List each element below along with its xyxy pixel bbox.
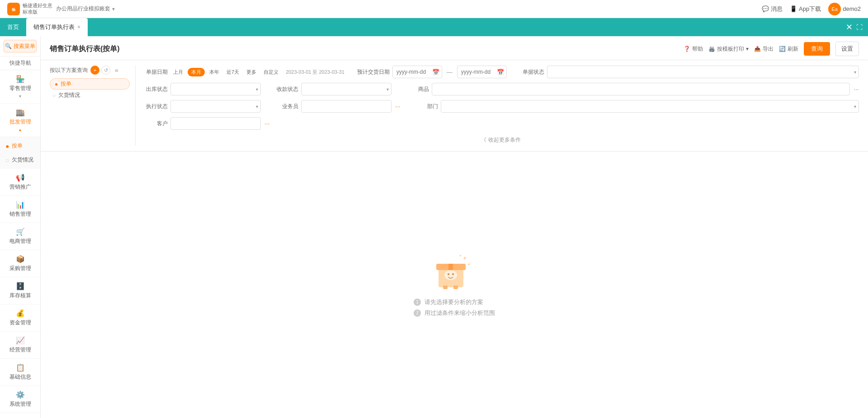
page-path-dropdown[interactable]: ▾ (112, 6, 115, 12)
app-download-btn[interactable]: 📱 App下载 (790, 5, 821, 13)
logo-area: 畅 畅捷通好生意 标准版 (7, 3, 52, 15)
svg-rect-4 (448, 264, 453, 270)
scheme-item-antan[interactable]: ● 按单 (50, 78, 130, 90)
tab-close-icon[interactable]: × (77, 24, 80, 30)
system-icon: ⚙️ (16, 390, 25, 399)
date-separator: — (447, 69, 453, 76)
salesman-more-icon[interactable]: ··· (395, 103, 401, 110)
download-icon: 📱 (790, 5, 797, 12)
filter-scheme-panel: 按以下方案查询 + ↺ « ● 按单 ○ 欠货情况 (50, 66, 136, 146)
dept-select[interactable] (441, 100, 859, 113)
delivery-status-label: 出库状态 (143, 86, 168, 93)
inventory-icon: 🗄️ (16, 282, 25, 290)
antan-icon: ● (55, 81, 58, 87)
sidebar-item-purchase[interactable]: 📦 采购管理 (0, 250, 40, 277)
customer-input[interactable] (170, 117, 261, 130)
export-button[interactable]: 📤 导出 (754, 45, 774, 53)
customer-more-icon[interactable]: ··· (264, 120, 270, 127)
expected-date-end[interactable] (457, 66, 507, 78)
message-btn[interactable]: 💬 消息 (762, 5, 783, 13)
sidebar-item-ecommerce[interactable]: 🛒 电商管理 (0, 223, 40, 250)
sidebar-item-inventory[interactable]: 🗄️ 库存核算 (0, 277, 40, 304)
circle-active-icon: ● (5, 142, 9, 150)
collection-status-select[interactable] (301, 83, 392, 95)
goods-input[interactable] (432, 83, 850, 95)
filter-layout: 按以下方案查询 + ↺ « ● 按单 ○ 欠货情况 (50, 66, 859, 146)
filter-field-dept: 部门 ▾ (413, 100, 859, 113)
date-tab-last-month[interactable]: 上月 (170, 68, 186, 76)
add-scheme-icon[interactable]: + (90, 66, 99, 75)
expand-window-icon[interactable]: ⛶ (856, 24, 863, 31)
sidebar-item-retail[interactable]: 🏪 零售管理 ▾ (0, 70, 40, 104)
sidebar-item-basic[interactable]: 📋 基础信息 (0, 359, 40, 386)
salesman-label: 业务员 (274, 103, 298, 110)
filter-field-doc-status: 单据状态 ▾ (519, 66, 859, 78)
date-tab-more[interactable]: 更多 (244, 68, 259, 76)
exec-status-select[interactable] (170, 100, 261, 113)
scheme-item-qiankuang[interactable]: ○ 欠货情况 (50, 90, 130, 101)
print-button[interactable]: 🖨️ 按模板打印 ▾ (708, 45, 749, 53)
query-button[interactable]: 查询 (804, 42, 830, 56)
sidebar: 🔍 搜索菜单 快捷导航 🏪 零售管理 ▾ 🏬 批发管理 ▴ ● 按单 ○ 欠货情… (0, 36, 41, 418)
date-tab-custom[interactable]: 自定义 (261, 68, 281, 76)
sidebar-item-enterprise[interactable]: 🤝 企业协同 (0, 413, 40, 418)
filter-field-salesman: 业务员 ··· (274, 100, 401, 113)
sidebar-item-operations[interactable]: 📈 经营管理 (0, 332, 40, 359)
page-header: 销售订单执行表(按单) ❓ 帮助 🖨️ 按模板打印 ▾ 📤 导出 🔄 刷新 (41, 36, 868, 60)
filter-area: 按以下方案查询 + ↺ « ● 按单 ○ 欠货情况 (41, 60, 868, 152)
date-tab-this-year[interactable]: 本年 (207, 68, 222, 76)
date-tab-this-month[interactable]: 本月 (188, 68, 205, 76)
filter-field-collection-status: 收款状态 ▾ (274, 83, 392, 95)
refresh-icon: 🔄 (779, 46, 786, 52)
sidebar-item-sales[interactable]: 📊 销售管理 (0, 196, 40, 223)
tab-home[interactable]: 首页 (0, 18, 26, 36)
delivery-status-select[interactable] (170, 83, 261, 95)
help-button[interactable]: ❓ 帮助 (684, 45, 703, 53)
operations-icon: 📈 (16, 336, 25, 345)
purchase-icon: 📦 (16, 255, 25, 263)
svg-text:畅: 畅 (12, 8, 15, 12)
logo-icon: 畅 (7, 3, 20, 15)
filter-row-3: 执行状态 ▾ 业务员 ··· (143, 100, 859, 113)
sidebar-quicknav[interactable]: 快捷导航 (0, 57, 40, 70)
export-icon: 📤 (754, 46, 761, 52)
user-avatar[interactable]: Ea demo2 (828, 3, 861, 15)
sidebar-sub-item-antan[interactable]: ● 按单 (0, 139, 40, 153)
date-tab-7days[interactable]: 近7天 (224, 68, 242, 76)
filter-field-goods: 商品 ··· (404, 83, 859, 95)
sidebar-item-system[interactable]: ⚙️ 系统管理 (0, 386, 40, 413)
expected-date-start[interactable] (392, 66, 442, 78)
refresh-scheme-icon[interactable]: ↺ (101, 66, 110, 75)
salesman-input[interactable] (301, 100, 392, 113)
hint-number-1: 1 (414, 299, 421, 306)
collapse-scheme-icon[interactable]: « (112, 66, 121, 75)
empty-hint-2: 2 用过滤条件来缩小分析范围 (414, 309, 495, 317)
chevron-up-icon: ▴ (19, 127, 21, 132)
tab-sales-order[interactable]: 销售订单执行表 × (26, 18, 88, 36)
avatar: Ea (828, 3, 841, 15)
svg-text:✦: ✦ (459, 254, 462, 258)
wholesale-icon: 🏬 (16, 108, 25, 117)
close-all-tabs-icon[interactable]: ✕ (846, 22, 853, 32)
sidebar-item-marketing[interactable]: 📢 营销推广 (0, 169, 40, 196)
sidebar-item-wholesale[interactable]: 🏬 批发管理 ▴ (0, 104, 40, 137)
refresh-button[interactable]: 🔄 刷新 (779, 45, 798, 53)
doc-status-select[interactable] (547, 66, 859, 78)
settings-button[interactable]: 设置 (835, 42, 859, 56)
date-tabs-group: 上月 本月 本年 近7天 更多 自定义 (170, 68, 281, 76)
svg-rect-12 (453, 285, 458, 289)
sidebar-sub-item-qiankuang[interactable]: ○ 欠货情况 (0, 153, 40, 167)
goods-more-icon[interactable]: ··· (854, 86, 859, 93)
qiankuang-icon: ○ (52, 92, 56, 99)
nav-tabs: 首页 销售订单执行表 × ✕ ⛶ (0, 18, 868, 36)
ecommerce-icon: 🛒 (16, 228, 25, 236)
empty-texts: 1 请先选择要分析的方案 2 用过滤条件来缩小分析范围 (414, 298, 495, 320)
print-icon: 🖨️ (708, 46, 715, 52)
page-path: 办公用品行业模拟账套 ▾ (56, 5, 115, 13)
marketing-icon: 📢 (16, 173, 25, 182)
filter-collapse-button[interactable]: 《 收起更多条件 (143, 134, 859, 146)
search-menu-button[interactable]: 🔍 搜索菜单 (4, 40, 37, 52)
sidebar-item-finance[interactable]: 💰 资金管理 (0, 304, 40, 332)
hint-number-2: 2 (414, 309, 421, 317)
dept-label: 部门 (413, 103, 438, 110)
